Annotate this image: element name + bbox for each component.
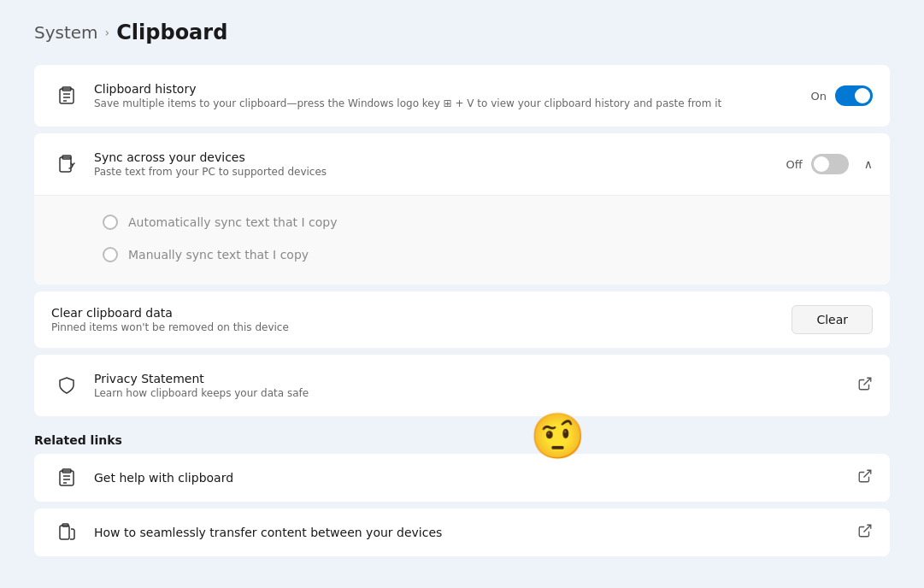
sync-devices-card: Sync across your devices Paste text from… <box>34 133 890 285</box>
sync-devices-subtitle: Paste text from your PC to supported dev… <box>94 166 786 178</box>
clipboard-link1-icon <box>51 467 82 488</box>
clipboard-history-title: Clipboard history <box>94 82 811 96</box>
clear-clipboard-subtitle: Pinned items won't be removed on this de… <box>51 321 289 333</box>
sync-options-expanded: Automatically sync text that I copy Manu… <box>34 195 890 285</box>
svg-line-7 <box>864 378 871 385</box>
clipboard-history-subtitle: Save multiple items to your clipboard—pr… <box>94 97 811 109</box>
clear-clipboard-title: Clear clipboard data <box>51 306 289 320</box>
clipboard-history-toggle[interactable] <box>835 85 873 106</box>
breadcrumb: System › Clipboard <box>34 21 890 44</box>
privacy-statement-card[interactable]: Privacy Statement Learn how clipboard ke… <box>34 355 890 416</box>
privacy-statement-subtitle: Learn how clipboard keeps your data safe <box>94 387 857 399</box>
clipboard-history-toggle-label: On <box>811 90 827 103</box>
clear-clipboard-card: Clear clipboard data Pinned items won't … <box>34 291 890 348</box>
sync-devices-toggle[interactable] <box>811 154 849 174</box>
svg-line-16 <box>864 525 871 532</box>
transfer-external-link-icon <box>857 523 873 542</box>
link-get-help-label: Get help with clipboard <box>94 471 857 485</box>
privacy-statement-title: Privacy Statement <box>94 372 857 385</box>
privacy-external-link-icon <box>857 376 873 395</box>
link-get-help[interactable]: Get help with clipboard <box>34 454 890 502</box>
clipboard-link2-icon <box>51 522 82 543</box>
clipboard-list-icon <box>51 85 82 106</box>
clipboard-sync-icon <box>51 154 82 174</box>
radio-manual-sync[interactable]: Manually sync text that I copy <box>103 238 821 271</box>
related-links-heading: Related links <box>34 433 890 447</box>
radio-manual-sync-label: Manually sync text that I copy <box>128 248 309 262</box>
sync-devices-chevron[interactable]: ∧ <box>864 157 873 171</box>
page-title: Clipboard <box>116 21 227 44</box>
radio-auto-sync[interactable]: Automatically sync text that I copy <box>103 206 821 238</box>
sync-devices-title: Sync across your devices <box>94 150 786 164</box>
radio-manual-sync-circle <box>103 247 118 262</box>
radio-auto-sync-label: Automatically sync text that I copy <box>128 215 337 229</box>
link-transfer-content[interactable]: How to seamlessly transfer content betwe… <box>34 509 890 556</box>
sync-devices-toggle-label: Off <box>786 158 803 171</box>
svg-rect-15 <box>60 526 69 539</box>
clipboard-history-card: Clipboard history Save multiple items to… <box>34 65 890 126</box>
breadcrumb-chevron: › <box>105 26 110 39</box>
breadcrumb-parent[interactable]: System <box>34 22 98 43</box>
clear-button[interactable]: Clear <box>792 305 873 334</box>
link-transfer-content-label: How to seamlessly transfer content betwe… <box>94 526 857 539</box>
radio-auto-sync-circle <box>103 215 118 230</box>
get-help-external-link-icon <box>857 468 873 487</box>
svg-line-13 <box>864 470 871 477</box>
shield-icon <box>51 375 82 396</box>
